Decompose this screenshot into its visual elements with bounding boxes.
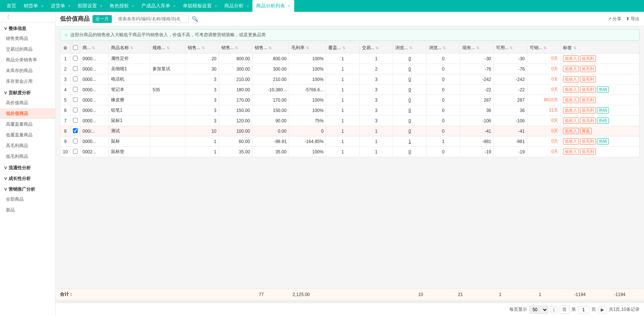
close-icon[interactable]: ×: [132, 4, 134, 8]
col-settings[interactable]: ⚙: [60, 43, 71, 54]
nav-home[interactable]: 首页: [3, 0, 20, 12]
table-wrapper[interactable]: ⚙ 商... ⇅ 商品名称 ⇅ 规格... ⇅ 销售... ⇅ 销售... ⇅ …: [56, 42, 644, 289]
cell-browse1[interactable]: 0: [393, 74, 427, 85]
col-name[interactable]: 商品名称 ⇅: [109, 43, 150, 54]
sidebar-item-low-value[interactable]: 低价值商品: [0, 108, 55, 119]
next-page-btn[interactable]: ▶: [598, 306, 607, 313]
sidebar-item-high-coverage[interactable]: 高覆盖量商品: [0, 119, 55, 130]
col-browse1[interactable]: 浏览... ⇅: [393, 43, 427, 54]
cell-available-stock: -19: [494, 147, 527, 157]
col-coverage[interactable]: 覆盖... ⇅: [326, 43, 360, 54]
cell-sales-qty: 1: [185, 147, 219, 157]
sidebar-item-high-value[interactable]: 高价值商品: [0, 98, 55, 108]
per-page-select[interactable]: 50 100 200: [529, 306, 548, 314]
col-current-stock[interactable]: 现有... ⇅: [460, 43, 494, 54]
cell-browse1[interactable]: 0: [393, 105, 427, 116]
cell-browse1[interactable]: 0: [393, 85, 427, 95]
col-spec[interactable]: 规格... ⇅: [150, 43, 185, 54]
col-code[interactable]: 商... ⇅: [80, 43, 109, 54]
close-icon[interactable]: ×: [173, 4, 175, 8]
sidebar-item-high-margin[interactable]: 高毛利商品: [0, 140, 55, 151]
cell-checkbox[interactable]: [71, 54, 80, 64]
cell-checkbox[interactable]: [71, 147, 80, 157]
col-trans[interactable]: 交易... ⇅: [359, 43, 393, 54]
sidebar-item-low-margin[interactable]: 低毛利商品: [0, 151, 55, 162]
nav-product-analysis[interactable]: 商品分析 ×: [221, 0, 252, 12]
cell-browse1[interactable]: 0: [393, 54, 427, 64]
search-button[interactable]: 🔍: [192, 16, 198, 22]
nav-template-settings[interactable]: 单据模板设置 ×: [179, 0, 221, 12]
close-icon[interactable]: ×: [288, 4, 290, 8]
nav-product-analysis-list[interactable]: 商品分析列表 ×: [252, 0, 294, 12]
col-tags[interactable]: 标签 ⇅: [561, 43, 640, 54]
cell-spec: 参加复试: [150, 64, 185, 74]
nav-role-auth[interactable]: 角色授权 ×: [106, 0, 138, 12]
cell-checkbox[interactable]: [71, 126, 80, 136]
sidebar-group-liquidity[interactable]: ∨ 流通性分析: [0, 162, 55, 173]
close-icon[interactable]: ×: [100, 4, 102, 8]
col-saleable-stock[interactable]: 可销... ⇅: [527, 43, 561, 54]
cell-tags: 低收入低毛利: [561, 95, 640, 105]
nav-product-storage[interactable]: 产成品入库单 ×: [138, 0, 179, 12]
col-gross-margin[interactable]: 毛利率 ⇅: [289, 43, 326, 54]
select-all-checkbox[interactable]: [73, 45, 78, 50]
sidebar-item-sales-products[interactable]: 销售类商品: [0, 33, 55, 44]
sidebar-item-no-stock-products[interactable]: 未库存的商品: [0, 65, 55, 76]
first-page-btn[interactable]: ⟨: [550, 306, 557, 313]
sidebar-item-new-products[interactable]: 新品: [0, 205, 55, 215]
top-nav: 首页 销货单 × 进货单 × 权限设置 × 角色授权 × 产成品入库单 × 单据…: [0, 0, 644, 12]
prev-page-btn[interactable]: 首: [560, 305, 569, 314]
col-available-stock[interactable]: 可用... ⇅: [494, 43, 527, 54]
col-sales-price[interactable]: 销售... ⇅: [252, 43, 289, 54]
close-icon[interactable]: ×: [246, 4, 249, 8]
cell-code: 000/...: [80, 126, 109, 136]
cell-browse1[interactable]: 0: [393, 116, 427, 126]
col-browse2[interactable]: 浏览... ⇅: [426, 43, 460, 54]
nav-sales-order[interactable]: 销货单 ×: [20, 0, 47, 12]
cell-browse1[interactable]: 0: [393, 64, 427, 74]
sidebar-item-stock-capital[interactable]: 库存资金占用: [0, 76, 55, 87]
col-sales-qty[interactable]: 销售... ⇅: [185, 43, 219, 54]
cell-browse1[interactable]: 0: [393, 126, 427, 136]
cell-checkbox[interactable]: [71, 95, 80, 105]
close-icon[interactable]: ×: [215, 4, 217, 8]
cell-checkbox[interactable]: [71, 74, 80, 85]
cell-browse1[interactable]: 0: [393, 147, 427, 157]
sidebar-item-category-sales-rate[interactable]: 商品分类销售率: [0, 55, 55, 65]
sidebar-collapse-btn[interactable]: 《: [3, 14, 11, 21]
cell-browse2: 0: [426, 64, 460, 74]
cell-checkbox[interactable]: [71, 116, 80, 126]
tag-badge: 低毛利: [580, 107, 596, 113]
cell-tags: 低收入低毛利热销: [561, 116, 640, 126]
cell-checkbox[interactable]: [71, 64, 80, 74]
close-icon[interactable]: ×: [41, 4, 43, 8]
cell-checkbox[interactable]: [71, 105, 80, 116]
cell-available-stock: -41: [494, 126, 527, 136]
sidebar-item-all-products[interactable]: 全部商品: [0, 194, 55, 205]
cell-num: 3: [60, 74, 71, 85]
scrollbar[interactable]: [56, 300, 644, 303]
page-end-label: 页: [591, 306, 596, 313]
nav-permissions[interactable]: 权限设置 ×: [74, 0, 106, 12]
cell-spec: [150, 74, 185, 85]
cell-num: 7: [60, 116, 71, 126]
close-icon[interactable]: ×: [68, 4, 70, 8]
footer-empty1: [82, 292, 122, 297]
sidebar: 《 ∨ 整体信息 销售类商品 交易过的商品 商品分类销售率 未库存的商品 库存资…: [0, 12, 56, 316]
sidebar-item-low-coverage[interactable]: 低覆盖量商品: [0, 130, 55, 140]
page-number-input[interactable]: [578, 306, 589, 313]
cell-checkbox[interactable]: [71, 85, 80, 95]
nav-purchase-order[interactable]: 进货单 ×: [47, 0, 74, 12]
search-input[interactable]: [115, 15, 189, 23]
cell-checkbox[interactable]: [71, 136, 80, 147]
time-filter-btn[interactable]: 近一月: [93, 15, 112, 23]
cell-code: 0000...: [80, 136, 109, 147]
share-button[interactable]: ↗ 分享: [608, 16, 621, 22]
cell-browse1[interactable]: 1: [393, 136, 427, 147]
col-sales-amt[interactable]: 销售... ⇅: [219, 43, 252, 54]
sidebar-group-growth[interactable]: ∨ 成长性分析: [0, 173, 55, 183]
cell-browse1[interactable]: 0: [393, 95, 427, 105]
export-button[interactable]: ⬆ 导出: [626, 16, 640, 22]
col-checkbox[interactable]: [71, 43, 80, 54]
sidebar-item-traded-products[interactable]: 交易过的商品: [0, 44, 55, 55]
